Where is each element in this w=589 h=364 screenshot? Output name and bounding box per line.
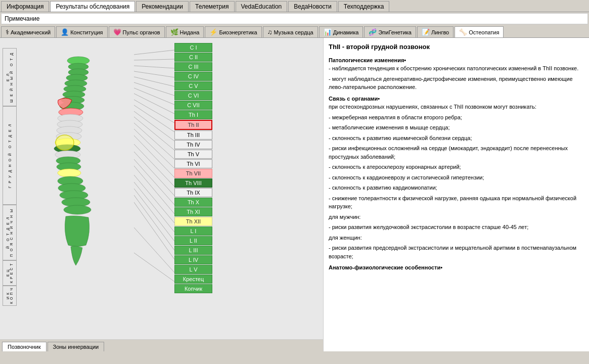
vertebra-ThXII[interactable]: Th XII	[174, 217, 212, 226]
vertebra-ThXI[interactable]: Th XI	[174, 207, 212, 216]
tab-pozvonochnik[interactable]: Позвоночник	[2, 342, 47, 351]
tab-informaciya[interactable]: Информация	[1, 1, 49, 12]
vertebra-ThX[interactable]: Th X	[174, 198, 212, 207]
anatomicheskie-title: Анатомо-физиологические особенности•	[329, 263, 584, 272]
dinamika-icon: 📊	[324, 28, 332, 36]
tab-vedaeducation[interactable]: VedaEducation	[236, 1, 288, 12]
svg-line-35	[134, 105, 174, 132]
svyaz-text3: - метаболические изменения в мышце сердц…	[329, 123, 584, 132]
vertebra-ThVIII[interactable]: Th VIII	[174, 178, 212, 188]
osteopatiya-icon: 🦴	[459, 28, 467, 36]
section-cervical: Ш Е Й Н Ы Й О Т Д Е Л	[3, 48, 17, 106]
tab-puls-organov[interactable]: 💗Пульс органов	[109, 26, 165, 37]
svyaz-text13: - риски развития предсердной экстрасисто…	[329, 244, 584, 260]
svg-line-27	[134, 59, 174, 60]
svg-point-24	[64, 205, 91, 214]
svg-line-44	[134, 166, 174, 214]
spine-svg	[30, 46, 121, 329]
vertebra-CI[interactable]: C I	[174, 43, 212, 52]
section-thoracic: Г Р У Д Н О Й О Т Д Е Л	[3, 106, 17, 205]
vertebra-LI[interactable]: L I	[174, 226, 212, 236]
puls-icon: 💗	[113, 28, 121, 36]
tab-nidana[interactable]: 🌿Нидана	[166, 26, 204, 37]
svg-line-41	[134, 144, 174, 187]
tab-rekomendacii[interactable]: Рекомендации	[136, 1, 189, 12]
spine-panel: Ш Е Й Н Ы Й О Т Д Е Л Г Р У Д Н О Й О Т …	[0, 38, 324, 351]
vertebra-LIII[interactable]: L III	[174, 246, 212, 255]
spine-bottom-tabs: Позвоночник Зоны иннервации	[0, 339, 323, 351]
svg-line-46	[134, 182, 174, 232]
tab-konstitutsiya[interactable]: 👤Конституция	[56, 26, 107, 37]
tab-akademicheskiy[interactable]: ⚕Академический	[1, 26, 55, 37]
vertebra-ThIV[interactable]: Th IV	[174, 140, 212, 149]
spine-area: Ш Е Й Н Ы Й О Т Д Е Л Г Р У Д Н О Й О Т …	[0, 38, 323, 339]
tab-bioenergetika[interactable]: ⚡Биоэнергетика	[205, 26, 261, 37]
svg-line-48	[134, 195, 174, 250]
app-container: Информация Результаты обследования Реком…	[0, 0, 589, 351]
svyaz-text1: при остеохондрозных нарушениях, связанны…	[329, 103, 584, 111]
lingvo-icon: 📝	[422, 28, 430, 36]
tab-rezultaty[interactable]: Результаты обследования	[50, 1, 135, 12]
svg-line-42	[134, 152, 174, 196]
section-anatomicheskie: Анатомо-физиологические особенности•	[329, 263, 584, 272]
vertebra-ThII[interactable]: Th II	[174, 120, 212, 130]
svg-line-34	[134, 100, 174, 123]
section-svyaz: Связь с органами• при остеохондрозных на…	[329, 95, 584, 261]
vertebra-CVII[interactable]: C VII	[174, 101, 212, 110]
vertebra-list: C I C II C III C IV C V C VI C VII Th I …	[174, 43, 212, 337]
muzyka-icon: ♫	[267, 28, 273, 36]
vertebra-ThIX[interactable]: Th IX	[174, 188, 212, 197]
tab-lingvo[interactable]: 📝Лингво	[417, 26, 454, 37]
info-title: ThII - второй грудной позвонок	[329, 42, 584, 52]
svyaz-text11: - риски развития желудочковой экстрасист…	[329, 223, 584, 232]
svyaz-text5: - риски инфекционных осложнений на сердц…	[329, 144, 584, 161]
vertebra-ThVI[interactable]: Th VI	[174, 159, 212, 168]
vertebra-CII[interactable]: C II	[174, 53, 212, 62]
tab-muzyka-serdca[interactable]: ♫Музыка сердца	[263, 26, 318, 37]
konstitutsiya-icon: 👤	[61, 28, 69, 36]
svg-line-37	[134, 117, 174, 150]
vertebra-ThVII[interactable]: Th VII	[174, 169, 212, 178]
spine-illustration	[18, 40, 134, 337]
vertebra-LII[interactable]: L II	[174, 236, 212, 245]
svg-line-26	[134, 50, 174, 55]
akademicheskiy-icon: ⚕	[6, 28, 9, 36]
vertebra-CV[interactable]: C V	[174, 81, 212, 90]
tab-telemetriya[interactable]: Телеметрия	[190, 1, 235, 12]
vertebra-LV[interactable]: L V	[174, 265, 212, 274]
vertebra-ThIII[interactable]: Th III	[174, 130, 212, 140]
connector-lines	[134, 46, 174, 308]
tab-osteopatiya[interactable]: 🦴Остеопатия	[455, 26, 504, 37]
svg-point-25	[56, 135, 74, 150]
svg-line-36	[134, 111, 174, 141]
tab-tehpodderzhka[interactable]: Техподдержка	[338, 1, 390, 12]
svg-line-51	[134, 253, 174, 282]
tab-dinamika[interactable]: 📊Динамика	[319, 26, 364, 37]
svg-line-50	[134, 228, 174, 272]
vertebra-CIII[interactable]: C III	[174, 62, 212, 71]
svyaz-text10: для мужчин:	[329, 213, 584, 221]
svyaz-text2: - межреберная невралгия в области второг…	[329, 113, 584, 122]
tab-vedanovosti[interactable]: ВедаНовости	[288, 1, 337, 12]
vertebra-ThI[interactable]: Th I	[174, 110, 212, 119]
vertebra-ThV[interactable]: Th V	[174, 150, 212, 159]
vertebra-LIV[interactable]: L IV	[174, 255, 212, 264]
note-bar: Примечание	[1, 13, 588, 24]
vertebra-CIV[interactable]: C IV	[174, 72, 212, 81]
tab-zony-innervacii[interactable]: Зоны иннервации	[48, 342, 105, 351]
tab-epigenetika[interactable]: 🧬ЭпиГенетика	[364, 26, 416, 37]
svg-line-30	[134, 77, 174, 86]
vertebra-krestec[interactable]: Крестец	[174, 275, 212, 284]
epigenetika-icon: 🧬	[369, 28, 377, 36]
section-patologicheskie: Патологические изменения• - наблюдается …	[329, 56, 584, 92]
bio-icon: ⚡	[209, 28, 217, 36]
svg-point-19	[58, 169, 81, 177]
svyaz-text8: - склонность к развитию кардиомиопатии;	[329, 184, 584, 192]
svg-line-49	[134, 202, 174, 259]
svyaz-title: Связь с органами•	[329, 95, 584, 103]
vertebra-CVI[interactable]: C VI	[174, 91, 212, 100]
patologicheskie-text: - наблюдается тенденция к обострению хро…	[329, 64, 584, 73]
second-tab-bar: ⚕Академический 👤Конституция 💗Пульс орган…	[0, 25, 589, 38]
vertebra-kopchik[interactable]: Копчик	[174, 284, 212, 293]
section-sacrum: К Р Е С Т Е Ц	[3, 260, 17, 286]
